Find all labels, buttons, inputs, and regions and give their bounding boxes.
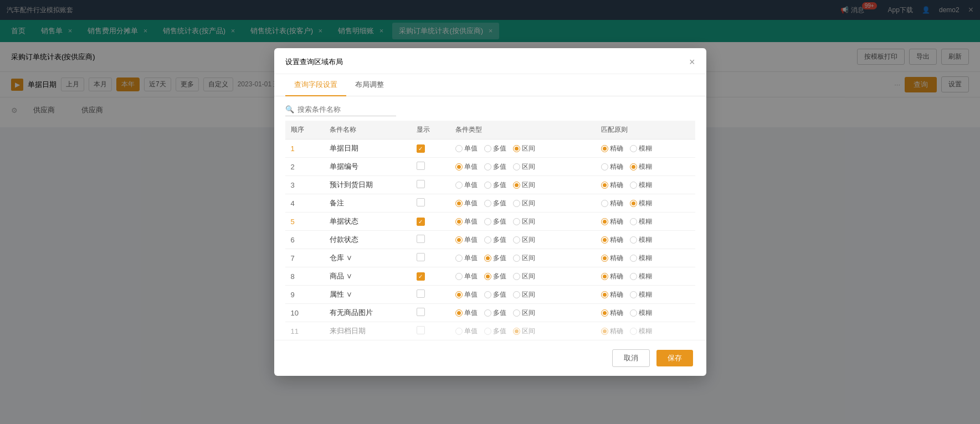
settings-dialog: 设置查询区域布局 × 查询字段设置 布局调整 🔍 顺序 条件名称 显示 — [274, 48, 706, 127]
tab-query-fields[interactable]: 查询字段设置 — [285, 74, 346, 96]
th-display: 显示 — [411, 121, 450, 127]
dialog-body: 顺序 条件名称 显示 条件类型 匹配原则 1单据日期单值多值区间精确模糊2单据编… — [274, 121, 706, 127]
search-input[interactable] — [297, 105, 386, 113]
dialog-title: 设置查询区域布局 — [285, 57, 343, 67]
search-icon: 🔍 — [285, 105, 294, 113]
th-match: 匹配原则 — [596, 121, 695, 127]
dialog-close-btn[interactable]: × — [689, 57, 695, 67]
conditions-table: 顺序 条件名称 显示 条件类型 匹配原则 1单据日期单值多值区间精确模糊2单据编… — [285, 121, 695, 127]
th-order: 顺序 — [285, 121, 324, 127]
dialog-header: 设置查询区域布局 × — [274, 48, 706, 74]
modal-overlay: 设置查询区域布局 × 查询字段设置 布局调整 🔍 顺序 条件名称 显示 — [0, 0, 980, 127]
th-type: 条件类型 — [450, 121, 596, 127]
dialog-tabs: 查询字段设置 布局调整 — [274, 74, 706, 96]
tab-layout[interactable]: 布局调整 — [346, 74, 393, 96]
dialog-search-area: 🔍 — [274, 96, 706, 121]
th-name: 条件名称 — [324, 121, 411, 127]
